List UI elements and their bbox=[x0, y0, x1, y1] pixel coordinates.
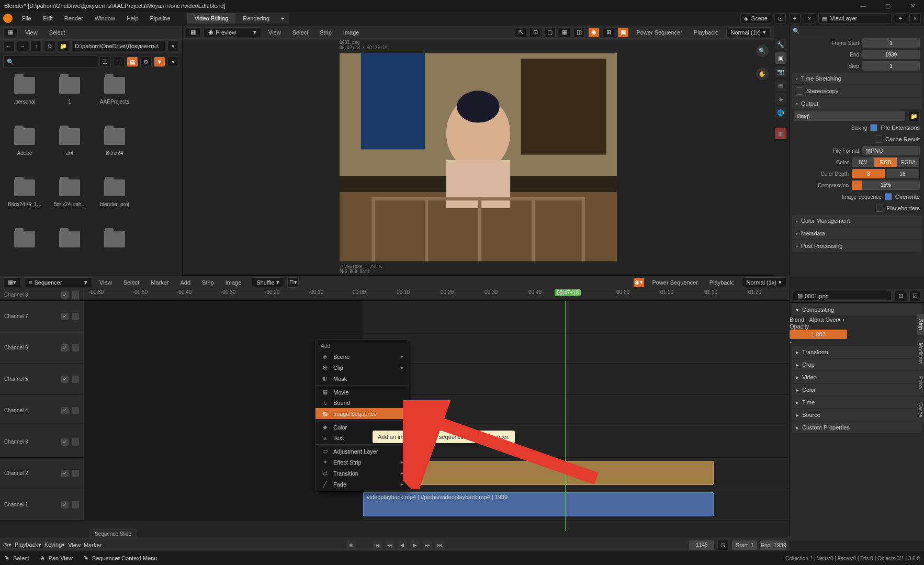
tab-modifiers[interactable]: Modifiers bbox=[917, 337, 924, 369]
display-list-button[interactable]: ☰ bbox=[99, 56, 111, 67]
menu-file[interactable]: File bbox=[17, 13, 37, 24]
stereoscopy-panel[interactable]: Stereoscopy bbox=[792, 85, 922, 97]
t4[interactable]: ◉ bbox=[588, 27, 600, 38]
add-scene[interactable]: ◈Scene▸ bbox=[315, 351, 409, 362]
menu-pipeline[interactable]: Pipeline bbox=[145, 13, 176, 24]
tl-marker[interactable]: Marker bbox=[84, 542, 102, 548]
video-panel[interactable]: ▸Video bbox=[792, 371, 922, 383]
t2[interactable]: ▦ bbox=[559, 27, 570, 38]
seq-playback[interactable]: Normal (1x)▾ bbox=[742, 277, 786, 287]
t1[interactable]: ▢ bbox=[544, 27, 556, 38]
tl-keying[interactable]: Keying▾ bbox=[44, 541, 65, 548]
fb-select[interactable]: Select bbox=[45, 28, 70, 37]
folder-more1[interactable] bbox=[2, 227, 47, 278]
use-range-toggle[interactable]: ◷ bbox=[717, 540, 729, 550]
show-overlay-toggle[interactable]: ◉▾ bbox=[633, 277, 645, 288]
next-key-button[interactable]: ▸▸ bbox=[423, 540, 432, 550]
overlay-toggle[interactable]: ⊡ bbox=[529, 27, 541, 38]
menu-edit[interactable]: Edit bbox=[38, 13, 58, 24]
seq-view[interactable]: View bbox=[95, 278, 116, 287]
folder-aaeprojects[interactable]: AAEProjects bbox=[92, 73, 137, 124]
blend-select[interactable]: Alpha Over▾ bbox=[806, 317, 841, 323]
close-button[interactable]: ✕ bbox=[901, 0, 924, 12]
overwrite-check[interactable] bbox=[885, 193, 892, 200]
seq-add[interactable]: Add bbox=[176, 278, 195, 287]
metadata-panel[interactable]: ▸Metadata bbox=[792, 228, 922, 239]
add-image-sequence[interactable]: ▨Image/Sequence bbox=[315, 408, 409, 419]
source-panel[interactable]: ▸Source bbox=[792, 409, 922, 421]
strip-image[interactable]: //img\0001.png | 1939 bbox=[363, 461, 714, 485]
filebrowser-editor-type[interactable]: ▦ bbox=[3, 27, 18, 37]
placeholders-check[interactable] bbox=[876, 205, 883, 212]
preview-mode[interactable]: ◉Preview▾ bbox=[204, 27, 261, 37]
overlap-mode[interactable]: Shuffle▾ bbox=[252, 277, 284, 287]
strip-video[interactable]: videoplayback.mp4 | //рефы\videoplayback… bbox=[363, 492, 714, 516]
gizmo-toggle[interactable]: ⇱ bbox=[515, 27, 526, 38]
new-viewlayer-button[interactable]: + bbox=[895, 13, 906, 24]
t3[interactable]: ◫ bbox=[573, 27, 585, 38]
crop-panel[interactable]: ▸Crop bbox=[792, 359, 922, 370]
jump-end-button[interactable]: ⏭ bbox=[435, 540, 445, 550]
menu-window[interactable]: Window bbox=[89, 13, 120, 24]
stereoscopy-check[interactable] bbox=[796, 87, 803, 95]
tab-strip[interactable]: Strip bbox=[917, 314, 924, 335]
folder-ar4[interactable]: ar4 bbox=[47, 124, 92, 175]
viewlayer-selector[interactable]: ▤ ViewLayer bbox=[818, 13, 892, 24]
maximize-button[interactable]: ▢ bbox=[876, 0, 899, 12]
end-frame[interactable]: End 1939 bbox=[760, 540, 786, 550]
path-dropdown[interactable]: ▾ bbox=[167, 41, 179, 51]
frame-end-field[interactable]: 1939 bbox=[862, 50, 920, 59]
add-effect-strip[interactable]: ✦Effect Strip▸ bbox=[315, 457, 409, 468]
postproc-panel[interactable]: ▸Post Processing bbox=[792, 240, 922, 252]
menu-render[interactable]: Render bbox=[59, 13, 88, 24]
current-frame[interactable]: 1145 bbox=[689, 540, 714, 550]
t5[interactable]: ⊞ bbox=[603, 27, 614, 38]
transform-panel[interactable]: ▸Transform bbox=[792, 346, 922, 358]
seq-editor-type[interactable]: ▦▾ bbox=[3, 277, 21, 287]
new-scene-button[interactable]: + bbox=[789, 13, 801, 24]
folder-bitrix24pah[interactable]: Bitrix24-pah... bbox=[47, 175, 92, 227]
render-tab[interactable]: 📷 bbox=[775, 66, 786, 77]
tl-playback[interactable]: Playback▾ bbox=[15, 541, 41, 548]
seq-strip[interactable]: Strip bbox=[198, 278, 218, 287]
tab-cache[interactable]: Cache bbox=[917, 397, 924, 423]
tab-add[interactable]: + bbox=[277, 13, 288, 24]
video-preview[interactable]: 0001.png00:47+18 / 01:20+19 1920x1080 | … bbox=[340, 40, 617, 265]
pin-scene-button[interactable]: ⊡ bbox=[774, 13, 786, 24]
seq-marker[interactable]: Marker bbox=[147, 278, 173, 287]
display-thumb-button[interactable]: ▦ bbox=[127, 56, 138, 67]
nav-up-button[interactable]: ↑ bbox=[30, 41, 42, 51]
tl-editor-type[interactable]: ◷▾ bbox=[3, 541, 12, 548]
seq-select[interactable]: Select bbox=[119, 278, 144, 287]
snap-toggle[interactable]: ⊓▾ bbox=[287, 277, 299, 288]
output-path[interactable]: //img\ bbox=[794, 111, 905, 121]
nav-back-button[interactable]: ← bbox=[3, 41, 15, 51]
preview-image[interactable]: Image bbox=[339, 28, 364, 37]
add-sound[interactable]: ♫Sound bbox=[315, 398, 409, 408]
new-folder-button[interactable]: 📁 bbox=[58, 41, 69, 51]
color-depth[interactable]: 8 16 bbox=[852, 169, 920, 178]
menu-help[interactable]: Help bbox=[121, 13, 144, 24]
tab-video-editing[interactable]: Video Editing bbox=[187, 13, 236, 24]
strip-name-field[interactable]: ▨0001.png bbox=[793, 291, 892, 301]
custom-props-panel[interactable]: ▸Custom Properties bbox=[792, 422, 922, 433]
preview-strip[interactable]: Strip bbox=[315, 28, 336, 37]
browse-output-button[interactable]: 📁 bbox=[908, 111, 920, 121]
compression-slider[interactable]: 15% bbox=[852, 180, 920, 190]
tab-proxy[interactable]: Proxy bbox=[917, 371, 924, 395]
folder-adobe[interactable]: Adobe bbox=[2, 124, 47, 175]
play-button[interactable]: ▶ bbox=[410, 540, 420, 550]
search-icon[interactable]: 🔍 bbox=[793, 28, 800, 35]
color-panel[interactable]: ▸Color bbox=[792, 384, 922, 396]
time-stretching-panel[interactable]: ▸Time Stretching bbox=[792, 73, 922, 84]
nav-forward-button[interactable]: → bbox=[17, 41, 28, 51]
start-frame[interactable]: Start 1 bbox=[732, 540, 757, 550]
add-mask[interactable]: ◐Mask bbox=[315, 373, 409, 384]
display-vlist-button[interactable]: ≡ bbox=[113, 56, 125, 67]
filter-button[interactable]: ▼ bbox=[154, 56, 165, 67]
strip-toggle[interactable]: ☑ bbox=[909, 291, 921, 301]
add-adjustment-layer[interactable]: ▭Adjustment Layer bbox=[315, 446, 409, 457]
playback-select[interactable]: Normal (1x)▾ bbox=[726, 27, 771, 37]
folder-bitrix24[interactable]: Bitrix24 bbox=[92, 124, 137, 175]
jump-start-button[interactable]: ⏮ bbox=[373, 540, 382, 550]
